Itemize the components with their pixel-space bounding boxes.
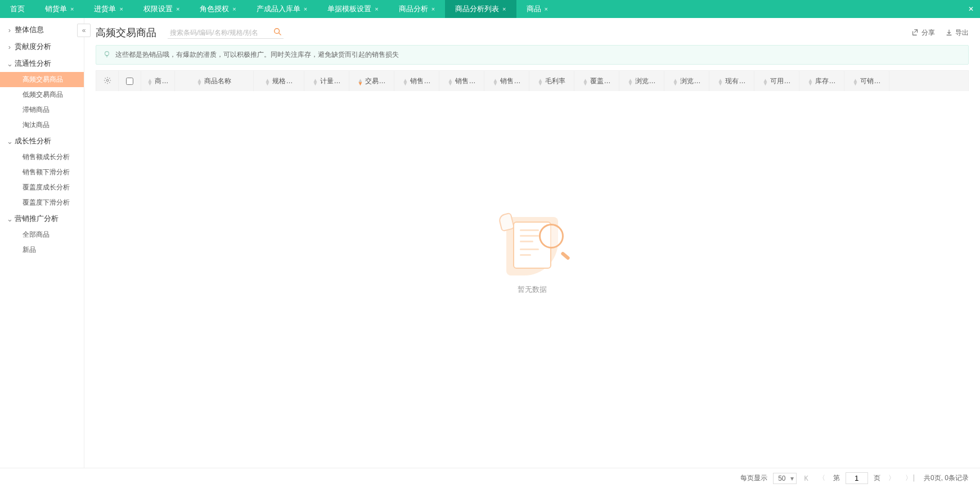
sort-icon: ▲▼ <box>197 78 203 84</box>
nav-group-header[interactable]: ›贡献度分析 <box>0 38 84 55</box>
nav-group-header[interactable]: ⌄营销推广分析 <box>0 210 84 227</box>
tab-close-icon[interactable]: × <box>502 6 506 12</box>
tab-label: 首页 <box>10 4 25 14</box>
column-header[interactable]: ▲▼可销… <box>844 71 889 91</box>
nav-item[interactable]: 滞销商品 <box>0 102 84 118</box>
nav-item[interactable]: 高频交易商品 <box>0 72 84 87</box>
tab-close-icon[interactable]: × <box>375 6 378 12</box>
sort-icon: ▲▼ <box>147 78 153 84</box>
column-label: 规格… <box>272 76 293 86</box>
sort-icon: ▲▼ <box>853 78 858 84</box>
sidebar-collapse-button[interactable]: « <box>77 24 91 37</box>
top-tab[interactable]: 首页 <box>0 0 35 18</box>
tab-close-icon[interactable]: × <box>119 6 123 12</box>
empty-illustration <box>498 215 566 277</box>
tip-banner: 这些都是热销品哦，有爆款的潜质，可以积极推广。同时关注库存，避免缺货而引起的销售… <box>96 45 969 65</box>
column-header[interactable]: ▲▼销售… <box>484 71 529 91</box>
nav-item[interactable]: 淘汰商品 <box>0 118 84 133</box>
column-label: 库存… <box>815 76 835 86</box>
select-all-checkbox[interactable] <box>126 78 133 85</box>
nav-group-header[interactable]: ⌄流通性分析 <box>0 55 84 72</box>
top-tab[interactable]: 产成品入库单× <box>246 0 317 18</box>
tab-close-icon[interactable]: × <box>431 6 435 12</box>
column-label: 可销… <box>860 76 880 86</box>
sort-icon: ▲▼ <box>448 78 453 84</box>
share-button[interactable]: 分享 <box>911 28 935 38</box>
tip-text: 这些都是热销品哦，有爆款的潜质，可以积极推广。同时关注库存，避免缺货而引起的销售… <box>115 50 399 60</box>
column-header[interactable]: ▲▼可用… <box>754 71 799 91</box>
nav-item[interactable]: 覆盖度下滑分析 <box>0 195 84 210</box>
chevron-down-icon: ⌄ <box>6 60 14 68</box>
column-label: 销售… <box>500 76 520 86</box>
nav-group-label: 整体信息 <box>15 25 44 35</box>
nav-group-header[interactable]: ›整体信息 <box>0 21 84 38</box>
sort-icon: ▲▼ <box>358 78 363 84</box>
column-header[interactable]: ▲▼浏览… <box>664 71 709 91</box>
export-button[interactable]: 导出 <box>945 28 969 38</box>
sort-icon: ▲▼ <box>403 78 408 84</box>
column-header[interactable]: ▲▼计量… <box>304 71 349 91</box>
column-header[interactable]: ▲▼规格… <box>254 71 304 91</box>
main-content: 高频交易商品 分享 导出 <box>84 18 980 468</box>
sort-icon: ▲▼ <box>673 78 678 84</box>
top-tab[interactable]: 角色授权× <box>190 0 246 18</box>
column-header[interactable]: ▲▼交易… <box>349 71 394 91</box>
column-header[interactable]: ▲▼毛利率 <box>529 71 574 91</box>
nav-group-header[interactable]: ⌄成长性分析 <box>0 133 84 150</box>
chevron-double-left-icon: « <box>82 26 86 34</box>
search-input[interactable] <box>170 29 271 37</box>
search-icon[interactable] <box>273 28 281 37</box>
top-tab[interactable]: 单据模板设置× <box>317 0 388 18</box>
nav-item[interactable]: 覆盖度成长分析 <box>0 180 84 195</box>
top-tab[interactable]: 销货单× <box>35 0 84 18</box>
table-horizontal-scrollbar[interactable] <box>96 295 969 302</box>
tab-close-icon[interactable]: × <box>70 6 74 12</box>
nav-group-label: 流通性分析 <box>15 58 51 69</box>
column-header[interactable]: ▲▼商品名称 <box>175 71 254 91</box>
tab-label: 销货单 <box>45 4 67 14</box>
tab-close-icon[interactable]: × <box>545 6 548 12</box>
column-header[interactable]: ▲▼库存… <box>799 71 844 91</box>
nav-item[interactable]: 全部商品 <box>0 227 84 242</box>
export-label: 导出 <box>955 28 969 38</box>
column-label: 商… <box>155 76 168 86</box>
chevron-right-icon: › <box>6 26 14 34</box>
share-label: 分享 <box>921 28 935 38</box>
data-table: ▲▼商…▲▼商品名称▲▼规格…▲▼计量…▲▼交易…▲▼销售…▲▼销售…▲▼销售…… <box>96 70 969 91</box>
page-title: 高频交易商品 <box>96 26 156 39</box>
column-settings-button[interactable] <box>96 71 119 91</box>
tab-label: 商品分析 <box>399 4 428 14</box>
tab-close-icon[interactable]: × <box>232 6 236 12</box>
tab-close-icon[interactable]: × <box>304 6 307 12</box>
top-tab[interactable]: 权限设置× <box>133 0 190 18</box>
sort-icon: ▲▼ <box>313 78 318 84</box>
gear-icon <box>104 76 111 86</box>
nav-item[interactable]: 新品 <box>0 242 84 257</box>
column-header[interactable]: ▲▼销售… <box>439 71 484 91</box>
column-label: 计量… <box>320 76 340 86</box>
nav-item[interactable]: 低频交易商品 <box>0 87 84 102</box>
column-label: 毛利率 <box>545 76 565 86</box>
sort-icon: ▲▼ <box>808 78 813 84</box>
column-header[interactable]: ▲▼覆盖… <box>574 71 619 91</box>
tab-label: 单据模板设置 <box>327 4 371 14</box>
sort-icon: ▲▼ <box>493 78 498 84</box>
column-header[interactable]: ▲▼现有… <box>709 71 754 91</box>
top-tab[interactable]: 进货单× <box>84 0 133 18</box>
top-tab[interactable]: 商品分析列表× <box>445 0 516 18</box>
close-all-tabs-button[interactable]: ✕ <box>962 0 980 18</box>
top-tab[interactable]: 商品分析× <box>389 0 445 18</box>
nav-item[interactable]: 销售额下滑分析 <box>0 165 84 180</box>
top-tab-bar: 首页销货单×进货单×权限设置×角色授权×产成品入库单×单据模板设置×商品分析×商… <box>0 0 980 18</box>
sort-icon: ▲▼ <box>718 78 723 84</box>
column-header[interactable]: ▲▼商… <box>141 71 175 91</box>
top-tab[interactable]: 商品× <box>516 0 558 18</box>
sort-icon: ▲▼ <box>763 78 768 84</box>
column-header[interactable]: ▲▼浏览… <box>619 71 664 91</box>
nav-item[interactable]: 销售额成长分析 <box>0 150 84 165</box>
tab-close-icon[interactable]: × <box>176 6 179 12</box>
column-header[interactable]: ▲▼销售… <box>394 71 439 91</box>
chevron-down-icon: ⌄ <box>6 137 14 146</box>
empty-text: 暂无数据 <box>84 284 980 295</box>
column-label: 交易… <box>365 76 385 86</box>
